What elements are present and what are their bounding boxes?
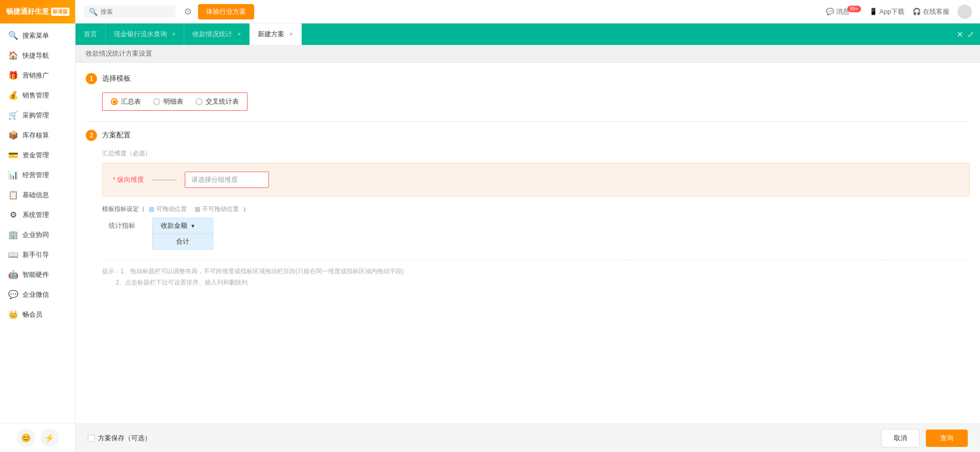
sidebar-item-label: 企业协同 bbox=[22, 230, 49, 240]
app-badge: 标准版 bbox=[51, 8, 69, 16]
sidebar-item-corp-wechat[interactable]: 💬 企业微信 bbox=[0, 284, 75, 304]
download-icon: 📱 bbox=[869, 8, 877, 15]
radio-circle-detail bbox=[153, 98, 160, 105]
tab-collection-stat[interactable]: 收款情况统计 × bbox=[184, 23, 250, 45]
clipboard-icon: 📋 bbox=[8, 190, 18, 200]
tab-new-scheme[interactable]: 新建方案 × bbox=[250, 23, 302, 45]
wechat-icon: 💬 bbox=[8, 290, 18, 299]
sidebar-item-basic-info[interactable]: 📋 基础信息 bbox=[0, 185, 75, 205]
legend-draggable: 可拖动位置 bbox=[149, 205, 187, 213]
dropdown-icon: ▼ bbox=[190, 223, 195, 229]
sidebar-item-label: 经营管理 bbox=[22, 171, 49, 180]
sidebar-item-purchase[interactable]: 🛒 采购管理 bbox=[0, 105, 75, 125]
window-close-icon[interactable]: ✕ bbox=[957, 30, 963, 39]
message-btn[interactable]: 💬 消息 99+ bbox=[826, 7, 861, 16]
radio-circle-cross bbox=[195, 98, 203, 105]
sidebar-item-label: 新手引导 bbox=[22, 250, 49, 259]
message-icon: 💬 bbox=[826, 8, 834, 15]
dimension-select-placeholder: 请选择分组维度 bbox=[191, 176, 238, 183]
save-option[interactable]: 方案保存（可选） bbox=[88, 434, 151, 443]
step2-section: 2 方案配置 汇总维度（必选） 纵向维度 ———— bbox=[86, 130, 970, 293]
sidebar-footer: 😊 ⚡ bbox=[0, 423, 75, 452]
sidebar-item-inventory[interactable]: 📦 库存核算 bbox=[0, 125, 75, 145]
save-checkbox[interactable] bbox=[88, 435, 95, 442]
metrics-cell-total: 合计 bbox=[152, 234, 213, 250]
sidebar-item-label: 库存核算 bbox=[22, 131, 49, 140]
metrics-legend: 可拖动位置 不可拖动位置 bbox=[149, 205, 239, 213]
search-input[interactable] bbox=[101, 8, 162, 15]
sales-icon: 💰 bbox=[8, 90, 18, 100]
metrics-header-amount[interactable]: 收款金额 ▼ bbox=[152, 218, 213, 234]
sidebar-item-quick-nav[interactable]: 🏠 快捷导航 bbox=[0, 45, 75, 65]
search-box[interactable]: 🔍 bbox=[84, 6, 176, 18]
stats-label-col: 统计指标 bbox=[102, 218, 142, 250]
tab-bank-flow[interactable]: 现金银行流水查询 × bbox=[106, 23, 184, 45]
app-download-btn[interactable]: 📱 App下载 bbox=[869, 7, 904, 16]
gear-icon: ⚙ bbox=[8, 210, 18, 220]
tip2: 2、点击标题栏下拉可设置排序、插入列和删除列 bbox=[102, 277, 970, 288]
content-area: 收款情况统计方案设置 1 选择模板 汇总表 bbox=[76, 45, 980, 452]
tab-home-label: 首页 bbox=[84, 30, 97, 39]
tab-home[interactable]: 首页 bbox=[76, 23, 106, 45]
gift-icon: 🎁 bbox=[8, 70, 18, 80]
window-btns: ✕ ⤢ bbox=[957, 30, 980, 39]
tab-collection-stat-label: 收款情况统计 bbox=[192, 30, 232, 39]
sidebar-item-operation[interactable]: 📊 经营管理 bbox=[0, 165, 75, 185]
radio-label-cross: 交叉统计表 bbox=[206, 97, 239, 106]
step2-number: 2 bbox=[86, 130, 97, 141]
dimension-row: 纵向维度 ———— 请选择分组维度 bbox=[113, 172, 959, 188]
card-icon: 💳 bbox=[8, 150, 18, 160]
sidebar-item-system[interactable]: ⚙ 系统管理 bbox=[0, 205, 75, 225]
cart-icon: 🛒 bbox=[8, 110, 18, 120]
tab-close-collection-stat[interactable]: × bbox=[237, 31, 241, 38]
step2-title: 方案配置 bbox=[102, 131, 131, 140]
app-logo: 畅捷通好生意 标准版 bbox=[0, 0, 75, 23]
sidebar-item-sales[interactable]: 💰 销售管理 bbox=[0, 85, 75, 105]
tips-section: 提示：1、拖动标题栏可以调整布局，不可跨维度或指标区域拖动栏目段(只能在同一维度… bbox=[102, 260, 970, 293]
sidebar-item-search-menu[interactable]: 🔍 搜索菜单 bbox=[0, 26, 75, 45]
service-icon: 🎧 bbox=[913, 8, 921, 15]
sidebar-item-corp-collab[interactable]: 🏢 企业协同 bbox=[0, 225, 75, 245]
arrow-connector: ———— bbox=[152, 176, 177, 183]
sidebar-item-label: 畅会员 bbox=[22, 310, 42, 319]
tab-close-new-scheme[interactable]: × bbox=[289, 31, 293, 38]
step2-header: 2 方案配置 bbox=[86, 130, 970, 141]
radio-circle-summary bbox=[111, 98, 118, 105]
book-icon: 📖 bbox=[8, 250, 18, 259]
sidebar-item-finance[interactable]: 💳 资金管理 bbox=[0, 145, 75, 165]
window-maximize-icon[interactable]: ⤢ bbox=[967, 30, 974, 39]
radio-summary[interactable]: 汇总表 bbox=[111, 97, 141, 106]
sidebar-item-label: 采购管理 bbox=[22, 111, 49, 120]
dimension-selector[interactable]: 请选择分组维度 bbox=[185, 172, 269, 188]
radio-cross[interactable]: 交叉统计表 bbox=[195, 97, 239, 106]
search-icon: 🔍 bbox=[89, 8, 97, 16]
app-download-label: App下载 bbox=[879, 7, 904, 16]
building-icon: 🏢 bbox=[8, 230, 18, 240]
tab-close-bank-flow[interactable]: × bbox=[172, 31, 176, 38]
query-button[interactable]: 查询 bbox=[926, 430, 968, 447]
sidebar-item-beginner[interactable]: 📖 新手引导 bbox=[0, 245, 75, 265]
topbar: 🔍 ⚙ 体验行业方案 💬 消息 99+ 📱 App下载 🎧 在线客服 bbox=[76, 0, 980, 23]
trial-button[interactable]: 体验行业方案 bbox=[198, 4, 254, 19]
radio-label-detail: 明细表 bbox=[163, 97, 183, 106]
bottom-bar: 方案保存（可选） 取消 查询 bbox=[76, 423, 980, 452]
user-avatar[interactable] bbox=[958, 5, 972, 19]
sidebar-item-label: 企业微信 bbox=[22, 290, 49, 299]
online-service-btn[interactable]: 🎧 在线客服 bbox=[913, 7, 949, 16]
settings-icon[interactable]: ⚙ bbox=[184, 6, 192, 17]
sidebar-item-label: 系统管理 bbox=[22, 210, 49, 220]
sidebar-item-smart-hw[interactable]: 🤖 智能硬件 bbox=[0, 265, 75, 284]
tab-bank-flow-label: 现金银行流水查询 bbox=[114, 30, 167, 39]
legend-non-draggable: 不可拖动位置 bbox=[195, 205, 239, 213]
cancel-button[interactable]: 取消 bbox=[881, 429, 920, 447]
robot-icon: 🤖 bbox=[8, 270, 18, 279]
sidebar-item-marketing[interactable]: 🎁 营销推广 bbox=[0, 65, 75, 85]
sidebar-footer-btn-2[interactable]: ⚡ bbox=[40, 429, 59, 447]
sidebar-item-member[interactable]: 👑 畅会员 bbox=[0, 304, 75, 324]
metrics-grid-container: 统计指标 收款金额 ▼ 合计 bbox=[102, 218, 970, 250]
sidebar-footer-btn-1[interactable]: 😊 bbox=[17, 429, 35, 447]
radio-detail[interactable]: 明细表 bbox=[153, 97, 183, 106]
sidebar-item-label: 智能硬件 bbox=[22, 270, 49, 279]
message-badge: 99+ bbox=[847, 6, 861, 12]
stats-label-header: 统计指标 bbox=[102, 218, 142, 234]
